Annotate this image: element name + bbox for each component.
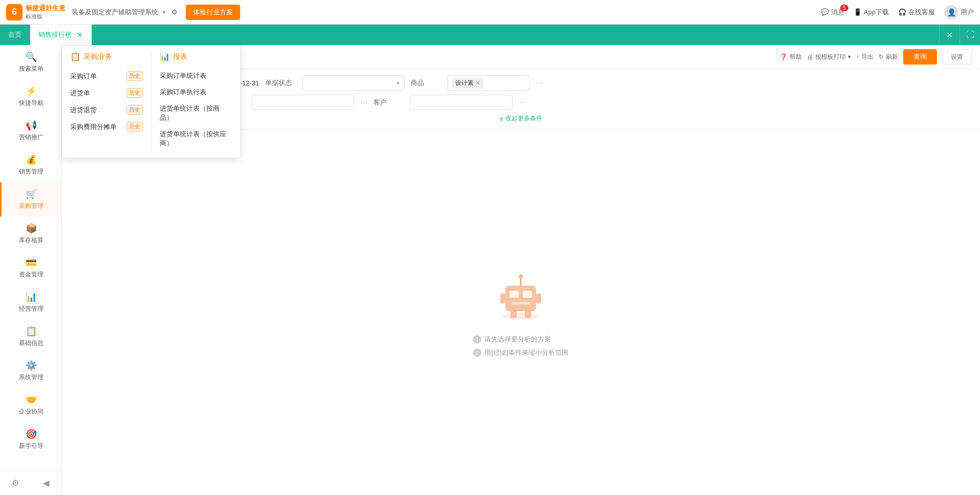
header-right: 💬 消息 5 📱 App下载 🎧 在线客服 👤 用户 [821,5,974,19]
purchase-col-icon: 📋 [70,52,80,61]
avatar: 👤 [944,5,958,19]
query-button[interactable]: 查询 [903,49,937,64]
salesperson-select[interactable] [252,95,354,110]
logo-text: 畅捷通好生意 标准版 [26,4,66,20]
export-icon: ↑ [856,53,859,60]
salesperson-more-icon[interactable]: ··· [360,98,367,107]
goods-label: 商品 [411,78,441,88]
industry-button[interactable]: 体验行业方案 [186,5,240,20]
svg-point-0 [503,313,539,319]
user-button[interactable]: 👤 用户 [944,5,974,19]
step-1-num: 1 [473,335,481,343]
message-button[interactable]: 💬 消息 5 [821,8,844,17]
document-status-select[interactable]: ▾ [302,75,404,91]
sidebar-bottom: ⚙ ◀ [0,470,61,495]
sidebar-settings-btn[interactable]: ⚙ [10,476,21,490]
chart-icon: 📊 [26,291,37,303]
collapse-filter-btn[interactable]: ∧ 收起更多条件 [499,114,542,123]
svg-rect-4 [512,302,530,305]
purchase-col-header: 📋 采购业务 [70,52,143,66]
svg-rect-8 [525,310,531,318]
purchase-return-item[interactable]: 进货退货 历史 [70,101,143,118]
svg-rect-3 [523,291,532,298]
print-icon: 🖨 [807,53,813,60]
customer-more-icon[interactable]: ··· [519,98,525,107]
sidebar-item-basic[interactable]: 📋 基础信息 [0,319,61,354]
customer-label: 客户 [373,98,404,107]
sidebar-item-cooperation[interactable]: 🤝 企业协同 [0,388,61,422]
phone-icon: 📱 [854,8,862,16]
print-dropdown-icon[interactable]: ▾ [848,53,851,60]
sidebar: 🔍 搜索菜单 ⚡ 快捷导航 📢 营销推广 💰 销售管理 🛒 采购管理 📦 库存核… [0,45,61,495]
export-button[interactable]: ↑ 导出 [856,53,874,61]
purchase-business-col: 📋 采购业务 采购订单 历史 进货单 历史 进货退货 历史 采购费用分摊单 历史 [62,52,151,152]
tab-bar-right: ✕ ⛶ [939,25,980,45]
refresh-button[interactable]: ↻ 刷新 [879,53,898,61]
top-header: 6 畅捷通好生意 标准版 装备及固定资产辅助管理系统 ▾ ⚙ 体验行业方案 💬 … [0,0,980,25]
logo-area: 6 畅捷通好生意 标准版 [6,4,68,20]
sidebar-item-sales[interactable]: 💰 销售管理 [0,148,61,182]
report-col: 📊 报表 采购订单统计表 采购订单执行表 进货单统计表（按商品） 进货单统计表（… [151,52,241,152]
purchase-order-stat-item[interactable]: 采购订单统计表 [160,68,232,84]
tab-home[interactable]: 首页 [0,25,30,45]
goods-select[interactable]: 设计素 ✕ [448,75,529,91]
purchase-expense-item[interactable]: 采购费用分摊单 历史 [70,118,143,135]
settings-icon[interactable]: ⚙ [167,5,182,19]
svg-rect-6 [536,293,541,304]
goods-tag-close[interactable]: ✕ [475,79,480,87]
help-icon: ❓ [780,53,787,60]
set-button[interactable]: 设置 [942,50,972,64]
sidebar-item-inventory[interactable]: 📦 库存核算 [0,217,61,251]
step-2-num: 2 [473,349,481,357]
tab-bar: 首页 销售排行榜 ✕ ✕ ⛶ [0,25,980,45]
logo-icon: 6 [6,4,23,20]
customer-select[interactable] [410,95,513,110]
sidebar-item-finance[interactable]: 💳 资金管理 [0,251,61,285]
sidebar-item-marketing[interactable]: 📢 营销推广 [0,114,61,148]
help-button[interactable]: ❓ 帮助 [780,53,802,61]
sidebar-item-purchase[interactable]: 🛒 采购管理 [0,182,61,217]
tab-sales-rank[interactable]: 销售排行榜 ✕ [30,25,92,45]
empty-tips: 1 请先选择要分析的方案 2 用[过滤]条件来缩小分析范围 [473,333,568,359]
sidebar-collapse-btn[interactable]: ◀ [41,476,51,490]
purchase-dropdown-menu: 📋 采购业务 采购订单 历史 进货单 历史 进货退货 历史 采购费用分摊单 历史 [61,45,241,158]
search-icon: 🔍 [26,51,37,62]
purchase-inbound-item[interactable]: 进货单 历史 [70,84,143,101]
tab-close-icon[interactable]: ✕ [77,31,83,39]
tab-close-btn[interactable]: ✕ [939,25,960,45]
tab-expand-btn[interactable]: ⛶ [960,25,980,45]
document-status-dropdown-icon: ▾ [396,79,400,87]
svg-point-10 [519,274,523,278]
gear-icon: ⚙️ [26,360,37,371]
lightning-icon: ⚡ [26,85,37,97]
cart-icon: 🛒 [26,188,37,200]
empty-state: 1 请先选择要分析的方案 2 用[过滤]条件来缩小分析范围 [61,130,980,495]
inbound-stat-supplier-item[interactable]: 进货单统计表（按供应商） [160,126,232,152]
sidebar-item-quick-nav[interactable]: ⚡ 快捷导航 [0,79,61,114]
purchase-order-exec-item[interactable]: 采购订单执行表 [160,84,232,100]
system-dropdown-icon[interactable]: ▾ [162,9,165,16]
goods-more-icon[interactable]: ··· [536,78,542,88]
purchase-order-item[interactable]: 采购订单 历史 [70,68,143,84]
refresh-icon: ↻ [879,53,884,60]
svg-rect-1 [505,286,536,311]
sidebar-item-operation[interactable]: 📊 经营管理 [0,285,61,319]
message-icon: 💬 [821,8,829,16]
svg-rect-7 [510,310,517,318]
headset-icon: 🎧 [898,8,906,16]
sidebar-item-search[interactable]: 🔍 搜索菜单 [0,45,61,79]
document-status-label: 单据状态 [265,78,296,88]
sidebar-item-newbie[interactable]: 🎯 新手引导 [0,422,61,457]
inbound-stat-goods-item[interactable]: 进货单统计表（按商品） [160,100,232,126]
dropdown-columns: 📋 采购业务 采购订单 历史 进货单 历史 进货退货 历史 采购费用分摊单 历史 [62,52,240,152]
template-print-button[interactable]: 🖨 按模板打印 ▾ [807,53,851,61]
app-download-button[interactable]: 📱 App下载 [854,8,889,17]
empty-illustration [490,265,551,327]
online-service-button[interactable]: 🎧 在线客服 [898,8,935,17]
report-col-header: 📊 报表 [160,52,232,66]
svg-rect-5 [500,293,505,304]
system-title: 装备及固定资产辅助管理系统 ▾ [72,8,165,17]
sidebar-item-system[interactable]: ⚙️ 系统管理 [0,354,61,388]
report-col-icon: 📊 [160,52,170,61]
date-range-value: -12-31 [240,79,260,87]
